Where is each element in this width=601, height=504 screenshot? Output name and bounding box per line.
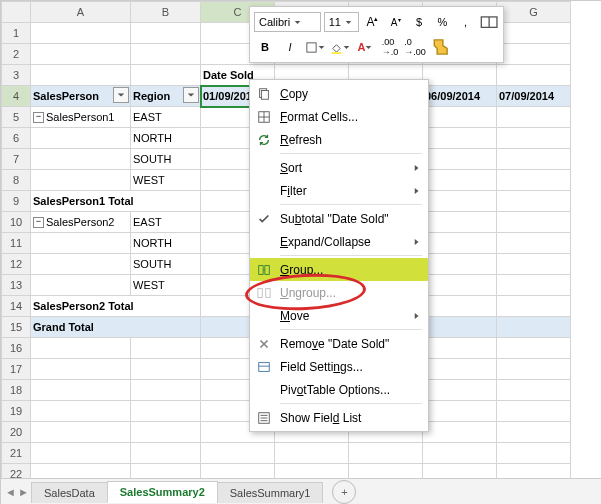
menu-separator (280, 403, 422, 404)
context-menu: CopyFormat Cells...RefreshSortFilterSubt… (249, 79, 429, 432)
menu-item-sort[interactable]: Sort (250, 156, 428, 179)
menu-item-label: Copy (280, 87, 308, 101)
check-icon (256, 211, 272, 227)
pivot-field-salesperson[interactable]: SalesPerson (31, 86, 131, 107)
row-header[interactable]: 2 (2, 44, 31, 65)
row-header[interactable]: 4 (2, 86, 31, 107)
row-header[interactable]: 18 (2, 380, 31, 401)
menu-item-group[interactable]: Group... (250, 258, 428, 281)
group-icon (256, 262, 272, 278)
col-header-B[interactable]: B (131, 2, 201, 23)
col-date[interactable]: 06/09/2014 (423, 86, 497, 107)
svg-rect-2 (307, 42, 316, 51)
chevron-down-icon (294, 16, 301, 28)
tab-salesdata[interactable]: SalesData (31, 482, 108, 503)
svg-rect-12 (266, 288, 270, 297)
col-header-G[interactable]: G (497, 2, 571, 23)
percent-format-icon[interactable]: % (432, 11, 452, 33)
filter-dropdown-icon[interactable] (183, 87, 199, 103)
row-header[interactable]: 12 (2, 254, 31, 275)
submenu-arrow-icon (414, 235, 420, 249)
row-header[interactable]: 20 (2, 422, 31, 443)
grow-font-icon[interactable]: A▴ (362, 11, 382, 33)
accounting-format-icon[interactable]: $ (409, 11, 429, 33)
row-header[interactable]: 3 (2, 65, 31, 86)
menu-item-show-field-list[interactable]: Show Field List (250, 406, 428, 429)
menu-item-ungroup: Ungroup... (250, 281, 428, 304)
increase-decimal-icon[interactable]: .0→.00 (404, 36, 426, 58)
shrink-font-icon[interactable]: A▾ (386, 11, 406, 33)
select-all-corner[interactable] (2, 2, 31, 23)
bold-button[interactable]: B (254, 36, 276, 58)
submenu-arrow-icon (414, 184, 420, 198)
new-sheet-button[interactable]: + (332, 480, 356, 504)
grand-total-row[interactable]: Grand Total (31, 317, 201, 338)
decrease-decimal-icon[interactable]: .00→.0 (379, 36, 401, 58)
filter-dropdown-icon[interactable] (113, 87, 129, 103)
svg-rect-3 (332, 52, 341, 54)
menu-item-label: Sort (280, 161, 302, 175)
row-header[interactable]: 6 (2, 128, 31, 149)
row-header[interactable]: 15 (2, 317, 31, 338)
menu-item-refresh[interactable]: Refresh (250, 128, 428, 151)
row-header[interactable]: 8 (2, 170, 31, 191)
menu-item-subtotal-date-sold[interactable]: Subtotal "Date Sold" (250, 207, 428, 230)
menu-item-label: PivotTable Options... (280, 383, 390, 397)
menu-item-copy[interactable]: Copy (250, 82, 428, 105)
menu-item-move[interactable]: Move (250, 304, 428, 327)
row-header[interactable]: 21 (2, 443, 31, 464)
row-header[interactable]: 1 (2, 23, 31, 44)
row-header[interactable]: 17 (2, 359, 31, 380)
row-header[interactable]: 7 (2, 149, 31, 170)
row-header[interactable]: 14 (2, 296, 31, 317)
refresh-icon (256, 132, 272, 148)
formatcells-icon (256, 109, 272, 125)
menu-item-expand-collapse[interactable]: Expand/Collapse (250, 230, 428, 253)
subtotal-row[interactable]: SalesPerson1 Total (31, 191, 201, 212)
row-header[interactable]: 16 (2, 338, 31, 359)
fill-color-icon[interactable] (329, 36, 351, 58)
col-header-A[interactable]: A (31, 2, 131, 23)
pivot-row[interactable]: −SalesPerson1 (31, 107, 131, 128)
comma-format-icon[interactable]: , (455, 11, 475, 33)
menu-item-field-settings[interactable]: Field Settings... (250, 355, 428, 378)
collapse-icon[interactable]: − (33, 217, 44, 228)
row-header[interactable]: 10 (2, 212, 31, 233)
copy-icon (256, 86, 272, 102)
menu-item-pivottable-options[interactable]: PivotTable Options... (250, 378, 428, 401)
collapse-icon[interactable]: − (33, 112, 44, 123)
row-header[interactable]: 19 (2, 401, 31, 422)
tab-salessummary2[interactable]: SalesSummary2 (107, 481, 218, 503)
tab-salessummary1[interactable]: SalesSummary1 (217, 482, 324, 503)
borders-icon[interactable] (304, 36, 326, 58)
chevron-down-icon (345, 16, 352, 28)
submenu-arrow-icon (414, 309, 420, 323)
menu-item-label: Group... (280, 263, 323, 277)
tab-nav-arrows[interactable]: ◄► (5, 486, 29, 498)
submenu-arrow-icon (414, 161, 420, 175)
menu-item-remove-date-sold[interactable]: Remove "Date Sold" (250, 332, 428, 355)
italic-button[interactable]: I (279, 36, 301, 58)
font-size-combo[interactable]: 11 (324, 12, 360, 32)
format-painter-icon[interactable] (429, 36, 451, 58)
subtotal-row[interactable]: SalesPerson2 Total (31, 296, 201, 317)
row-header[interactable]: 13 (2, 275, 31, 296)
col-date[interactable]: 07/09/2014 (497, 86, 571, 107)
menu-item-format-cells[interactable]: Format Cells... (250, 105, 428, 128)
menu-item-label: Refresh (280, 133, 322, 147)
font-color-icon[interactable]: A (354, 36, 376, 58)
row-header[interactable]: 9 (2, 191, 31, 212)
font-name-combo[interactable]: Calibri (254, 12, 321, 32)
menu-item-label: Filter (280, 184, 307, 198)
row-header[interactable]: 11 (2, 233, 31, 254)
menu-item-label: Show Field List (280, 411, 361, 425)
pivot-field-region[interactable]: Region (131, 86, 201, 107)
mini-toolbar: Calibri 11 A▴ A▾ $ % , B I A .00→.0 .0→.… (249, 6, 504, 63)
menu-item-label: Remove "Date Sold" (280, 337, 389, 351)
ungroup-icon (256, 285, 272, 301)
svg-rect-5 (261, 90, 268, 99)
row-header[interactable]: 5 (2, 107, 31, 128)
menu-item-filter[interactable]: Filter (250, 179, 428, 202)
pivot-row[interactable]: −SalesPerson2 (31, 212, 131, 233)
merge-icon[interactable] (479, 11, 499, 33)
